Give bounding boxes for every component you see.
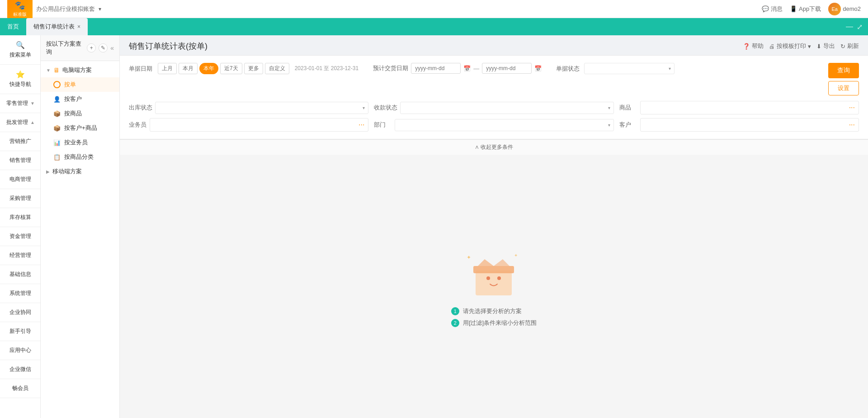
delivery-status-select[interactable] — [155, 102, 368, 114]
sidebar-item-operations[interactable]: 经营管理 — [0, 246, 40, 265]
sidebar-item-finance[interactable]: 资金管理 — [0, 227, 40, 246]
tab-maximize-button[interactable]: ⤢ — [857, 23, 863, 31]
status-select[interactable] — [584, 63, 675, 74]
svg-point-2 — [486, 276, 490, 280]
left-panel-collapse-button[interactable]: « — [110, 44, 114, 52]
product-dots-button[interactable]: ··· — [849, 104, 855, 112]
sidebar-item-inventory[interactable]: 库存核算 — [0, 208, 40, 227]
tree-child-by-customer-label: 按客户 — [64, 95, 82, 103]
user-menu[interactable]: Ea demo2 — [828, 3, 861, 15]
pc-section-label: 电脑端方案 — [62, 66, 92, 74]
logo-text: 标准版 — [13, 11, 27, 17]
tree-child-by-product-category-label: 按商品分类 — [64, 153, 94, 161]
topbar-dropdown-icon[interactable]: ▾ — [99, 6, 101, 12]
tree-section: ▼ 🖥 电脑端方案 按单 👤 按客户 📦 按商品 📦 按客户+商品 📊 — [41, 61, 119, 180]
collapse-bar[interactable]: ∧ 收起更多条件 — [120, 139, 868, 155]
left-panel-edit-button[interactable]: ✎ — [99, 43, 108, 52]
collapse-label: 收起更多条件 — [481, 144, 513, 150]
sidebar-item-system[interactable]: 系统管理 — [0, 284, 40, 303]
template-print-button[interactable]: 🖨 按模板打印 ▾ — [769, 42, 811, 50]
app-download-button[interactable]: 📱 App下载 — [790, 5, 821, 13]
last-7-days-button[interactable]: 近7天 — [220, 63, 242, 74]
tree-child-by-order-label: 按单 — [64, 81, 76, 89]
calendar-end-icon[interactable]: 📅 — [534, 65, 542, 72]
payment-status-select[interactable] — [400, 102, 613, 114]
sidebar-item-membership[interactable]: 畅会员 — [0, 379, 40, 398]
sidebar-item-sales[interactable]: 销售管理 — [0, 151, 40, 170]
help-button[interactable]: ❓ 帮助 — [743, 42, 764, 50]
empty-hint: 1 请先选择要分析的方案 2 用[过滤]条件来缩小分析范围 — [451, 307, 537, 327]
tab-sales-stats-label: 销售订单统计表 — [33, 23, 75, 31]
template-print-arrow-icon: ▾ — [808, 43, 811, 50]
sidebar-item-wechat[interactable]: 企业微信 — [0, 360, 40, 379]
customer-label: 客户 — [619, 121, 637, 129]
left-panel-header: 按以下方案查询 + ✎ « — [41, 35, 119, 61]
salesperson-dots-button[interactable]: ··· — [359, 121, 364, 129]
tree-mobile-section[interactable]: ▶ 移动端方案 — [41, 164, 119, 179]
payment-status-field: 收款状态 ▾ — [374, 102, 613, 114]
expected-date-end-input[interactable] — [482, 63, 532, 74]
calendar-start-icon[interactable]: 📅 — [463, 65, 471, 72]
help-icon: ❓ — [743, 43, 750, 50]
sidebar-item-retail[interactable]: 零售管理 ▼ — [0, 94, 40, 113]
sidebar-item-purchase[interactable]: 采购管理 — [0, 189, 40, 208]
date-separator: — — [473, 65, 479, 72]
tree-child-by-product[interactable]: 📦 按商品 — [41, 106, 119, 121]
tree-child-by-salesperson[interactable]: 📊 按业务员 — [41, 135, 119, 150]
pc-section-icon: 🖥 — [53, 66, 60, 74]
tree-pc-section[interactable]: ▼ 🖥 电脑端方案 — [41, 63, 119, 77]
tree-child-by-customer-product[interactable]: 📦 按客户+商品 — [41, 121, 119, 135]
settings-button[interactable]: 设置 — [828, 81, 859, 95]
salesperson-label: 业务员 — [129, 121, 147, 129]
sidebar-item-system-label: 系统管理 — [9, 290, 31, 297]
refresh-label: 刷新 — [847, 42, 859, 50]
tab-sales-stats[interactable]: 销售订单统计表 × — [26, 18, 88, 35]
tab-minimize-button[interactable]: — — [846, 23, 853, 31]
sidebar-item-newbie[interactable]: 新手引导 — [0, 322, 40, 341]
this-year-button[interactable]: 本年 — [199, 63, 218, 74]
customer-dots-button[interactable]: ··· — [849, 121, 855, 129]
tab-home[interactable]: 首页 — [0, 18, 26, 35]
svg-rect-1 — [473, 266, 514, 273]
app-download-label: App下载 — [799, 5, 821, 13]
sidebar-item-ecommerce[interactable]: 电商管理 — [0, 170, 40, 189]
by-order-icon — [53, 81, 61, 88]
left-panel-actions: + ✎ « — [87, 43, 114, 52]
customer-field: 客户 ··· — [619, 118, 859, 132]
sidebar-item-search-menu[interactable]: 🔍 搜索菜单 — [0, 35, 40, 65]
salesperson-field: 业务员 ··· — [129, 118, 368, 132]
sidebar-item-basic[interactable]: 基础信息 — [0, 265, 40, 284]
query-button[interactable]: 查询 — [828, 63, 859, 78]
sidebar-item-enterprise[interactable]: 企业协同 — [0, 303, 40, 322]
refresh-button[interactable]: ↻ 刷新 — [840, 42, 859, 50]
sidebar-item-marketing[interactable]: 营销推广 — [0, 132, 40, 151]
tree-child-by-customer[interactable]: 👤 按客户 — [41, 92, 119, 106]
export-icon: ⬇ — [816, 43, 821, 50]
sidebar-item-search-menu-label: 搜索菜单 — [9, 51, 31, 59]
svg-text:✦: ✦ — [467, 254, 471, 261]
sidebar-item-quick-nav[interactable]: ⭐ 快捷导航 — [0, 65, 40, 94]
this-month-button[interactable]: 本月 — [179, 63, 198, 74]
expected-date-start-input[interactable] — [411, 63, 461, 74]
last-month-button[interactable]: 上月 — [158, 63, 177, 74]
app-icon: 📱 — [790, 5, 797, 12]
sidebar-item-membership-label: 畅会员 — [12, 385, 28, 392]
help-label: 帮助 — [752, 42, 764, 50]
tabbar-actions: — ⤢ — [846, 23, 868, 31]
message-button[interactable]: 💬 消息 — [762, 5, 783, 13]
svg-text:✦: ✦ — [514, 253, 518, 258]
tree-child-by-order[interactable]: 按单 — [41, 77, 119, 92]
left-panel-add-button[interactable]: + — [87, 43, 96, 52]
by-product-icon: 📦 — [53, 110, 61, 117]
tree-child-by-customer-product-label: 按客户+商品 — [64, 124, 97, 132]
department-select[interactable] — [395, 119, 613, 131]
custom-button[interactable]: 自定义 — [265, 63, 289, 74]
more-button[interactable]: 更多 — [244, 63, 263, 74]
left-panel-title: 按以下方案查询 — [46, 40, 87, 56]
sidebar-item-inventory-label: 库存核算 — [9, 214, 31, 221]
tree-child-by-product-category[interactable]: 📋 按商品分类 — [41, 150, 119, 164]
export-button[interactable]: ⬇ 导出 — [816, 42, 835, 50]
sidebar-item-wholesale[interactable]: 批发管理 ▲ — [0, 113, 40, 132]
sidebar-item-app-center[interactable]: 应用中心 — [0, 341, 40, 360]
tab-close-icon[interactable]: × — [77, 24, 80, 30]
